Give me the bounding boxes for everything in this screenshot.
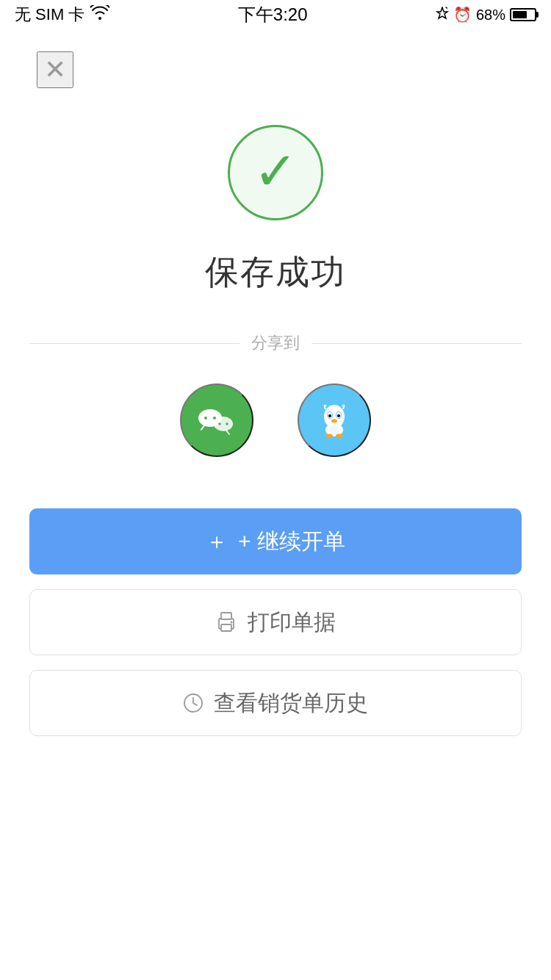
divider-right xyxy=(311,343,522,344)
history-label: 查看销货单历史 xyxy=(214,688,368,718)
close-button[interactable]: ✕ xyxy=(37,51,73,88)
history-button[interactable]: 查看销货单历史 xyxy=(29,670,522,736)
checkmark-icon: ✓ xyxy=(253,145,298,198)
action-buttons: ＋ + 继续开单 打印单据 查看销货单历 xyxy=(29,508,522,736)
svg-point-4 xyxy=(218,422,220,425)
svg-point-11 xyxy=(331,419,337,423)
share-wechat-button[interactable] xyxy=(180,383,253,457)
svg-rect-18 xyxy=(221,624,231,631)
print-label: 打印单据 xyxy=(248,608,336,638)
main-content: ✕ ✓ 保存成功 分享到 xyxy=(0,29,551,980)
share-label: 分享到 xyxy=(251,332,300,354)
svg-point-13 xyxy=(328,426,340,435)
wechat-icon xyxy=(195,399,238,442)
svg-point-8 xyxy=(328,414,331,417)
svg-point-19 xyxy=(231,621,233,624)
share-icons-row xyxy=(180,383,371,457)
status-bar: 无 SIM 卡 下午3:20 ⏰ 68% xyxy=(0,0,551,29)
status-time: 下午3:20 xyxy=(238,3,308,26)
location-icon xyxy=(436,7,449,24)
continue-label: + 继续开单 xyxy=(238,527,345,557)
status-left: 无 SIM 卡 xyxy=(15,4,109,26)
no-sim-text: 无 SIM 卡 xyxy=(15,4,84,26)
divider-row: 分享到 xyxy=(29,332,522,354)
share-qq-button[interactable] xyxy=(298,383,371,457)
clock-icon xyxy=(183,693,204,713)
printer-icon xyxy=(215,612,237,633)
share-section: 分享到 xyxy=(29,332,522,457)
close-icon: ✕ xyxy=(44,57,66,83)
divider-left xyxy=(29,343,240,344)
battery-icon xyxy=(510,8,536,21)
svg-rect-17 xyxy=(221,613,231,619)
svg-point-1 xyxy=(214,417,233,431)
qq-icon xyxy=(313,399,356,442)
wifi-icon xyxy=(90,5,109,24)
success-title: 保存成功 xyxy=(205,250,346,295)
svg-point-5 xyxy=(226,422,228,425)
svg-point-3 xyxy=(213,417,216,419)
alarm-icon: ⏰ xyxy=(453,6,472,24)
plus-icon: ＋ xyxy=(206,527,228,557)
svg-point-10 xyxy=(337,414,340,417)
print-button[interactable]: 打印单据 xyxy=(29,589,522,655)
continue-button[interactable]: ＋ + 继续开单 xyxy=(29,508,522,574)
svg-point-2 xyxy=(204,417,207,419)
svg-point-14 xyxy=(325,434,333,438)
success-icon-circle: ✓ xyxy=(228,125,323,220)
svg-point-15 xyxy=(336,434,343,438)
status-right: ⏰ 68% xyxy=(436,6,536,24)
battery-text: 68% xyxy=(476,7,505,24)
